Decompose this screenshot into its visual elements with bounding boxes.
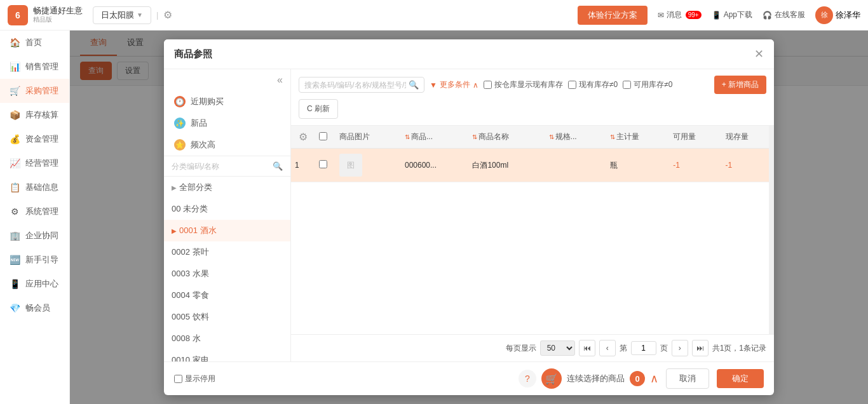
th-spec[interactable]: ⇅规格...: [545, 126, 606, 149]
category-item-c0005[interactable]: 0005 饮料: [164, 306, 290, 328]
row-checkbox[interactable]: [319, 160, 327, 168]
category-list: ▶ 全部分类 00 未分类 ▶ 0001 酒水 0002 茶: [164, 177, 290, 361]
sidebar-label-operations: 经营管理: [25, 158, 58, 169]
help-icon[interactable]: ?: [519, 370, 536, 387]
modal-left-header: «: [164, 69, 290, 91]
category-label-c0004: 0004 零食: [172, 290, 209, 301]
category-label-c0002: 0002 茶叶: [172, 246, 209, 258]
category-item-c0003[interactable]: 0003 水果: [164, 263, 290, 285]
show-disabled-checkbox[interactable]: [174, 375, 182, 383]
category-item-c0004[interactable]: 0004 零食: [164, 285, 290, 306]
category-search-input[interactable]: [172, 162, 270, 171]
message-icon: ✉: [658, 11, 664, 20]
user-avatar-area[interactable]: 徐 徐泽华: [815, 6, 860, 24]
first-page-button[interactable]: ⏮: [579, 340, 595, 356]
checkbox-available[interactable]: 现有库存≠0: [568, 79, 618, 90]
table-header-row: ⚙ 商品图片 ⇅商品...: [291, 126, 774, 149]
available-checkbox[interactable]: [568, 81, 576, 89]
category-item-c0010[interactable]: 0010 家电: [164, 349, 290, 361]
page-size-select[interactable]: 10 20 50 100: [540, 340, 575, 356]
quick-item-freq[interactable]: ⭐ 频次高: [164, 134, 290, 156]
quick-item-new[interactable]: ✨ 新品: [164, 112, 290, 134]
checkbox-warehouse[interactable]: 按仓库显示现有库存: [484, 79, 563, 90]
category-label-c0010: 0010 家电: [172, 354, 209, 361]
logo-version: 精品版: [33, 15, 83, 24]
filter-button[interactable]: ▼ 更多条件 ∧: [430, 79, 478, 90]
cell-img: 图: [336, 149, 401, 182]
modal-footer: 显示停用 ? 🛒 连续选择的商品 0 ∧ 取消 确定: [164, 361, 774, 395]
sidebar-item-home[interactable]: 🏠 首页: [0, 30, 69, 55]
confirm-button[interactable]: 确定: [717, 369, 764, 388]
enterprise-icon: 🏢: [9, 230, 20, 241]
message-badge: 99+: [686, 11, 702, 19]
modal-body: « 🕐 近期购买 ✨ 新品 ⭐: [164, 69, 774, 361]
sidebar-item-guide[interactable]: 🆕 新手引导: [0, 248, 69, 272]
category-item-c0008[interactable]: 0008 水: [164, 328, 290, 349]
add-product-button[interactable]: + 新增商品: [714, 76, 766, 94]
table-scrollbar[interactable]: [769, 126, 774, 334]
online-service-btn[interactable]: 🎧 在线客服: [763, 10, 805, 20]
next-page-button[interactable]: ›: [672, 340, 688, 356]
category-item-c0002[interactable]: 0002 茶叶: [164, 241, 290, 263]
checkbox-usable[interactable]: 可用库存≠0: [623, 79, 672, 90]
sort-icon: ⇅: [549, 133, 554, 140]
category-item-all[interactable]: ▶ 全部分类: [164, 177, 290, 198]
show-disabled-label[interactable]: 显示停用: [174, 374, 215, 384]
search-icon[interactable]: 🔍: [273, 161, 283, 171]
sidebar-item-finance[interactable]: 💰 资金管理: [0, 127, 69, 151]
sidebar-item-system[interactable]: ⚙ 系统管理: [0, 199, 69, 224]
product-search-input[interactable]: [304, 81, 406, 90]
select-all-checkbox[interactable]: [319, 132, 327, 140]
sidebar-item-sales[interactable]: 📊 销售管理: [0, 55, 69, 79]
main-layout: 🏠 首页 📊 销售管理 🛒 采购管理 📦 库存核算 💰 资金管理 📈 经营管理 …: [0, 30, 868, 404]
modal-toolbar: 🔍 ▼ 更多条件 ∧ 按仓库显示现有库存: [291, 69, 774, 126]
quick-item-recent[interactable]: 🕐 近期购买: [164, 91, 290, 112]
trial-button[interactable]: 体验行业方案: [578, 6, 648, 25]
nav-divider: |: [156, 10, 158, 20]
sidebar-label-guide: 新手引导: [25, 254, 58, 266]
gear-icon[interactable]: ⚙: [163, 9, 172, 21]
th-unit[interactable]: ⇅主计量: [606, 126, 670, 149]
cart-icon-button[interactable]: 🛒: [541, 368, 562, 389]
sidebar-item-inventory[interactable]: 📦 库存核算: [0, 103, 69, 127]
search-icon[interactable]: 🔍: [409, 80, 419, 90]
logo-name: 畅捷通好生意: [33, 6, 83, 16]
logo-icon: 6: [8, 5, 28, 25]
sidebar-item-basic[interactable]: 📋 基础信息: [0, 175, 69, 199]
sidebar-label-apps: 应用中心: [25, 278, 58, 290]
page-number-input[interactable]: [631, 341, 656, 355]
sidebar-label-sales: 销售管理: [25, 61, 58, 72]
modal-close-button[interactable]: ✕: [754, 47, 764, 61]
new-icon: ✨: [174, 118, 186, 129]
prev-page-button[interactable]: ‹: [599, 340, 616, 356]
cart-count: 0: [630, 371, 645, 386]
refresh-button[interactable]: C 刷新: [299, 99, 338, 119]
collapse-button[interactable]: «: [277, 74, 283, 86]
sidebar-item-operations[interactable]: 📈 经营管理: [0, 151, 69, 175]
warehouse-checkbox[interactable]: [484, 81, 492, 89]
table-row[interactable]: 1 图: [291, 149, 774, 182]
column-settings-icon[interactable]: ⚙: [295, 130, 311, 144]
filter-icon: ▼: [430, 81, 437, 90]
th-name[interactable]: ⇅商品名称: [468, 126, 545, 149]
cart-collapse-button[interactable]: ∧: [650, 372, 658, 386]
nav-dropdown[interactable]: 日太阳膜 ▼: [93, 6, 151, 24]
product-table: ⚙ 商品图片 ⇅商品...: [291, 126, 774, 182]
th-code[interactable]: ⇅商品...: [401, 126, 468, 149]
sidebar-item-purchase[interactable]: 🛒 采购管理: [0, 79, 69, 103]
usable-checkbox[interactable]: [623, 81, 631, 89]
last-page-button[interactable]: ⏭: [692, 340, 709, 356]
sidebar-item-apps[interactable]: 📱 应用中心: [0, 272, 69, 296]
category-label-c0005: 0005 饮料: [172, 311, 209, 323]
stock-value: -1: [726, 161, 733, 170]
sidebar-item-enterprise[interactable]: 🏢 企业协同: [0, 224, 69, 248]
sort-icon: ⇅: [472, 133, 477, 140]
category-item-c0001[interactable]: ▶ 0001 酒水: [164, 220, 290, 241]
sidebar-item-member[interactable]: 💎 畅会员: [0, 296, 69, 320]
sidebar-label-purchase: 采购管理: [25, 85, 58, 97]
app-download-btn[interactable]: 📱 App下载: [712, 10, 752, 20]
message-btn[interactable]: ✉ 消息 99+: [658, 10, 702, 20]
category-item-c00[interactable]: 00 未分类: [164, 198, 290, 220]
cancel-button[interactable]: 取消: [666, 368, 709, 389]
cell-num: 1: [291, 149, 315, 182]
